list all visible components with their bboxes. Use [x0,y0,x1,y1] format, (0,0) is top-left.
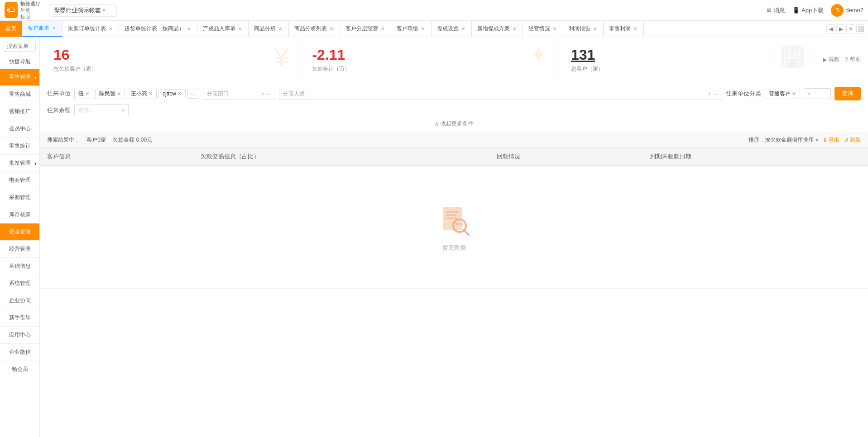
empty-state-svg [436,202,472,238]
sidebar-item-batch-mgmt[interactable]: 批发管理 [0,155,39,172]
tab-prev-button[interactable]: ◀ [826,24,835,33]
unit-tag-chen[interactable]: 陈民强 ✕ [95,89,125,99]
dept-dots[interactable]: ··· [266,90,271,97]
unit-tag-wang[interactable]: 王小亮 ✕ [127,89,157,99]
tab-close-all-button[interactable]: ✕ [846,24,855,33]
results-info: 搜索结果中， 客户0家 欠款金额 0.00元 [47,136,748,144]
search-input[interactable] [4,41,36,52]
tab-close-new-promo[interactable]: ✕ [512,26,517,31]
sidebar-item-retail-mall[interactable]: 零售商城 [0,86,39,103]
collapse-area: ∧ 收起更多条件 [47,120,861,128]
sidebar-item-system-mgmt[interactable]: 系统管理 [0,275,39,292]
refresh-button[interactable]: ↺ 刷新 [844,136,861,144]
sidebar-item-retail-stats[interactable]: 零售统计 [0,138,39,155]
tab-cost-instock[interactable]: 产成品入库单 ✕ [197,21,249,37]
tab-purchase-order[interactable]: 采购订单统计表 ✕ [62,21,119,37]
tab-next-button[interactable]: ▶ [836,24,845,33]
content-area: ¥ 16 总欠款客户（家） ✦ -2.11 欠款合计（万） 🏢 131 总客户（… [40,37,868,437]
tab-close-profit[interactable]: ✕ [592,26,598,31]
sidebar-item-operations[interactable]: 经营管理 [0,241,39,258]
sidebar-item-enterprise-collab[interactable]: 企业协同 [0,292,39,309]
empty-state: 暂无数据 [40,166,868,288]
tab-promotion-settings[interactable]: 提成设置 ✕ [432,21,472,37]
tag-close-cjttcw[interactable]: ✕ [177,91,182,97]
sidebar-item-vip-member[interactable]: 畅会员 [0,361,39,378]
tab-instock-stat[interactable]: 进货单统计表（按商品） ✕ [119,21,197,37]
tab-close-cost[interactable]: ✕ [237,26,243,31]
tab-close-retail[interactable]: ✕ [633,26,638,31]
unit-class-select[interactable]: ▾ [804,88,831,99]
col-customer-info: 客户信息 [40,148,193,166]
empty-cell: 暂无数据 [40,166,868,289]
person-filter-select[interactable]: 分管人员 ▾ ··· [279,88,722,100]
tab-close-customer-book[interactable]: ✕ [51,26,57,31]
top-bar-right: ✉ 消息 📱 App下载 D demo2 [767,4,863,17]
sidebar-quick-nav[interactable]: 快捷导航 [0,55,39,69]
tab-goods-analysis[interactable]: 商品分析 ✕ [249,21,289,37]
sidebar-item-retail-mgmt[interactable]: 零售管理 [0,69,39,86]
col-credit-transaction: 欠款交易信息（占比） [193,148,489,166]
tab-business[interactable]: 经营情况 ✕ [523,21,563,37]
message-icon: ✉ [767,7,772,14]
tab-new-promotion[interactable]: 新增提成方案 ✕ [472,21,523,37]
tab-close-goods-list[interactable]: ✕ [329,26,334,31]
unit-tag-wu[interactable]: 伍 ✕ [74,89,93,99]
tag-close-normal[interactable]: ✕ [792,91,796,97]
tab-home[interactable]: 首页 [0,21,22,37]
tab-close-segment[interactable]: ✕ [380,26,385,31]
balance-select[interactable]: 选择... ▾ [74,104,129,116]
tag-close-wu[interactable]: ✕ [85,91,89,97]
sidebar-item-app-center[interactable]: 应用中心 [0,327,39,344]
tab-close-biz[interactable]: ✕ [552,26,557,31]
tag-close-wang[interactable]: ✕ [149,91,153,97]
tag-close-chen[interactable]: ✕ [117,91,121,97]
tab-expand-button[interactable]: ⬜ [856,24,865,33]
app-download-button[interactable]: 📱 App下载 [792,6,824,14]
unit-class-label: 往来单位分类 [726,90,761,98]
sidebar-item-new-guide[interactable]: 新手引导 [0,309,39,327]
sidebar-item-finance[interactable]: 资金管理 [0,223,39,241]
sidebar-item-inventory[interactable]: 库存核算 [0,206,39,223]
col-repayment: 回款情况 [489,148,643,166]
tab-close-instock[interactable]: ✕ [186,26,192,31]
sidebar-item-member-center[interactable]: 会员中心 [0,120,39,138]
tab-close-promo-set[interactable]: ✕ [460,26,466,31]
summary-bg-icon-2: ✦ [529,42,548,68]
message-button[interactable]: ✉ 消息 [767,6,785,14]
search-result-label: 搜索结果中， [47,137,80,143]
tab-profit-report[interactable]: 利润报告 ✕ [563,21,604,37]
tab-goods-analysis-list[interactable]: 商品分析列表 ✕ [289,21,340,37]
person-dots[interactable]: ··· [713,90,718,97]
table-header-row: 客户信息 欠款交易信息（占比） 回款情况 到期未收款日期 [40,148,868,166]
col-due-date: 到期未收款日期 [643,148,868,166]
tab-customer-book[interactable]: 客户账本 ✕ [22,21,62,37]
user-menu[interactable]: D demo2 [831,4,863,17]
sidebar-item-enterprise-wechat[interactable]: 企业微信 [0,344,39,361]
sidebar-item-ecommerce[interactable]: 电商管理 [0,172,39,189]
tab-retail-profit[interactable]: 零售利润 ✕ [604,21,644,37]
tab-close-goods[interactable]: ✕ [278,26,283,31]
video-button[interactable]: ▶ 视频 [823,56,839,63]
filter-row-2: 往来余额 选择... ▾ [47,104,861,116]
tab-close-purchase[interactable]: ✕ [108,26,113,31]
svg-line-5 [464,230,469,235]
sort-selector[interactable]: 排序：按欠款金额倒序排序 ▾ [748,136,818,144]
sidebar-search-area [0,37,39,55]
unit-tag-cjttcw[interactable]: cjttcw ✕ [158,89,186,98]
sidebar-item-base-info[interactable]: 基础信息 [0,258,39,275]
query-button[interactable]: 查询 [834,87,861,100]
help-button[interactable]: ? 帮助 [845,56,861,63]
sidebar-item-marketing[interactable]: 营销推广 [0,103,39,120]
tab-customer-contact[interactable]: 客户联络 ✕ [391,21,432,37]
unit-filter-more[interactable]: ··· [187,89,199,99]
main-area: 快捷导航 零售管理 零售商城 营销推广 会员中心 零售统计 批发管理 电商管理 … [0,37,868,437]
unit-class-tag-normal[interactable]: 普通客户 ✕ [765,89,800,99]
tab-close-contact[interactable]: ✕ [420,26,426,31]
workspace-selector[interactable]: 母婴行业演示帐套 ▾ [49,4,117,17]
sidebar-item-purchase-mgmt[interactable]: 采购管理 [0,189,39,206]
collapse-button[interactable]: ∧ 收起更多条件 [435,120,473,128]
tab-customer-segment[interactable]: 客户分层经营 ✕ [340,21,391,37]
dept-filter-select[interactable]: 分管部门 ▾ ··· [203,88,275,100]
top-bar: 🏷 畅捷通好生意 标版 母婴行业演示帐套 ▾ ✉ 消息 📱 App下载 D de… [0,0,868,21]
export-button[interactable]: ⬇ 导出 [823,136,839,144]
